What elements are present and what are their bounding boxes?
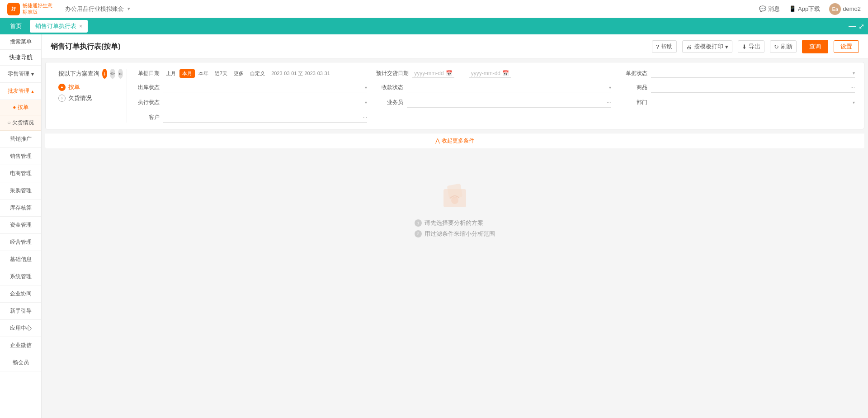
scheme-debt-label: 欠货情况 [68,94,92,102]
date-filter-tabs: 上月 本月 本年 近7天 更多 自定义 [163,69,268,78]
refresh-icon: ↻ [774,43,779,50]
tip-num-2: 2 [415,230,422,238]
filter-dept-select[interactable]: ▾ [651,98,855,107]
filter-payment-label: 收款状态 [376,84,403,91]
topbar-left: 好 畅捷通好生意 标准版 办公用品行业模拟账套 ▾ [7,3,130,15]
filter-date: 单据日期 上月 本月 本年 近7天 更多 自定义 20 [132,69,367,78]
date-tab-last-month[interactable]: 上月 [163,69,179,78]
refresh-btn[interactable]: ↻ 刷新 [770,40,797,53]
scheme-collapse-btn[interactable]: « [118,69,123,79]
salesperson-dots-icon[interactable]: ··· [607,99,611,105]
tab-close-icon[interactable]: × [79,23,82,29]
filter-grid-row1: 单据日期 上月 本月 本年 近7天 更多 自定义 20 [132,69,855,78]
filter-customer-select[interactable]: ··· [163,112,367,123]
scheme-left-panel: 按以下方案查询 + ✏ « ● 按单 ○ 欠货情况 [55,69,127,123]
sidebar-item-system[interactable]: 系统管理 [0,268,41,285]
date-range-text: 2023-03-01 至 2023-03-31 [271,70,330,77]
scheme-add-btn[interactable]: + [102,69,107,79]
collapse-icon: ⋀ [435,138,441,144]
filter-expected-date: 预计交货日期 yyyy-mm-dd 📅 — yyyy-mm-dd 📅 [376,69,611,78]
empty-tips: 1 请先选择要分析的方案 2 用过滤条件来缩小分析范围 [415,219,495,238]
avatar: Ea [829,3,841,15]
product-dots-icon[interactable]: ··· [850,84,855,90]
scheme-edit-btn[interactable]: ✏ [110,69,115,79]
sidebar-nav[interactable]: 快捷导航 [0,50,41,66]
filter-grid-row4: 客户 ··· [132,112,855,123]
sidebar-item-ecommerce[interactable]: 电商管理 [0,165,41,182]
tab-active[interactable]: 销售订单执行表 × [30,20,88,33]
print-dropdown-icon: ▾ [725,43,728,50]
date-tab-this-month[interactable]: 本月 [179,69,195,78]
sidebar-sub-item-order[interactable]: ● 按单 [0,100,41,115]
date-tab-last7[interactable]: 近7天 [212,69,230,78]
maximize-btn[interactable]: ⤢ [859,22,864,31]
app-download-btn[interactable]: 📱 App下载 [789,5,820,13]
expected-date-start-wrap[interactable]: yyyy-mm-dd 📅 [412,69,454,78]
date-tab-custom[interactable]: 自定义 [247,69,268,78]
scheme-item-debt[interactable]: ○ 欠货情况 [58,94,123,102]
exec-caret-icon: ▾ [365,100,367,105]
message-btn[interactable]: 💬 消息 [759,5,780,13]
date-tab-more[interactable]: 更多 [231,69,246,78]
sidebar-item-purchase[interactable]: 采购管理 [0,182,41,200]
filter-salesperson-label: 业务员 [376,99,403,106]
content: 销售订单执行表(按单) ? 帮助 🖨 按模板打印 ▾ ⬇ 导出 ↻ 刷新 [42,34,868,418]
filter-salesperson: 业务员 ··· [376,97,611,108]
date-tab-this-year[interactable]: 本年 [196,69,211,78]
customer-dots-icon[interactable]: ··· [363,114,367,120]
print-btn[interactable]: 🖨 按模板打印 ▾ [682,40,732,53]
sidebar-item-appstore[interactable]: 应用中心 [0,320,41,337]
filter-salesperson-select[interactable]: ··· [407,97,611,108]
sidebar-item-wholesale[interactable]: 批发管理 ▴ [0,83,41,100]
filter-exec: 执行状态 ▾ [132,97,367,108]
sidebar-item-retail[interactable]: 零售管理 ▾ [0,66,41,83]
filter-delivery-select[interactable]: ▾ [163,83,367,92]
sidebar-sub-item-debt[interactable]: ○ 欠货情况 [0,115,41,131]
filter-status: 单据状态 ▾ [620,69,855,78]
sidebar-item-wechat[interactable]: 企业微信 [0,337,41,354]
tip-num-1: 1 [415,219,422,227]
filter-delivery-label: 出库状态 [132,84,160,91]
filter-grid-row3: 执行状态 ▾ 业务员 ··· [132,97,855,108]
filter-expected-date-label: 预计交货日期 [376,70,409,77]
scheme-debt-dot: ○ [58,95,66,102]
scheme-item-order[interactable]: ● 按单 [58,83,123,91]
user-area[interactable]: Ea demo2 [829,3,861,15]
sidebar-nav-label[interactable]: 快捷导航 [9,54,33,61]
sidebar-item-sales[interactable]: 销售管理 [0,148,41,165]
help-btn[interactable]: ? 帮助 [652,40,677,53]
filter-payment-select[interactable]: ▾ [407,83,611,92]
tab-home[interactable]: 首页 [4,20,28,33]
collapse-bar[interactable]: ⋀ 收起更多条件 [45,133,864,148]
search-btn[interactable]: 查询 [802,40,828,53]
filter-date-label: 单据日期 [132,70,160,77]
filter-exec-select[interactable]: ▾ [163,98,367,107]
retail-chevron-icon: ▾ [31,71,34,77]
sidebar-item-enterprise[interactable]: 企业协同 [0,285,41,303]
expected-date-end-wrap[interactable]: yyyy-mm-dd 📅 [469,69,511,78]
filter-dept-label: 部门 [620,99,647,106]
sidebar-item-marketing[interactable]: 营销推广 [0,131,41,148]
search-panel: 按以下方案查询 + ✏ « ● 按单 ○ 欠货情况 [45,62,864,129]
settings-btn[interactable]: 设置 [834,40,859,53]
sidebar-item-guide[interactable]: 新手引导 [0,303,41,320]
export-icon: ⬇ [742,43,747,50]
sidebar-search[interactable]: 搜索菜单 [0,34,41,50]
filter-status-select[interactable]: ▾ [651,69,855,78]
sidebar-item-member[interactable]: 畅会员 [0,354,41,371]
expected-date-end-placeholder: yyyy-mm-dd [471,70,500,76]
scheme-label: 按以下方案查询 [58,70,99,78]
sidebar: 搜索菜单 快捷导航 零售管理 ▾ 批发管理 ▴ ● 按单 ○ 欠货情况 营销推广 [0,34,42,418]
logo-area[interactable]: 好 畅捷通好生意 标准版 [7,3,52,15]
filter-product-select[interactable]: ··· [651,82,855,93]
page-actions: ? 帮助 🖨 按模板打印 ▾ ⬇ 导出 ↻ 刷新 查询 设置 [652,40,859,53]
sidebar-item-inventory[interactable]: 库存核算 [0,200,41,217]
scheme-order-label: 按单 [68,83,80,91]
sidebar-item-basic[interactable]: 基础信息 [0,251,41,268]
sidebar-item-operation[interactable]: 经营管理 [0,234,41,251]
export-btn[interactable]: ⬇ 导出 [738,40,764,53]
sidebar-item-finance[interactable]: 资金管理 [0,217,41,234]
sidebar-search-label[interactable]: 搜索菜单 [10,38,32,45]
minimize-btn[interactable]: — [849,22,856,31]
top-dropdown-icon[interactable]: ▾ [127,6,130,12]
